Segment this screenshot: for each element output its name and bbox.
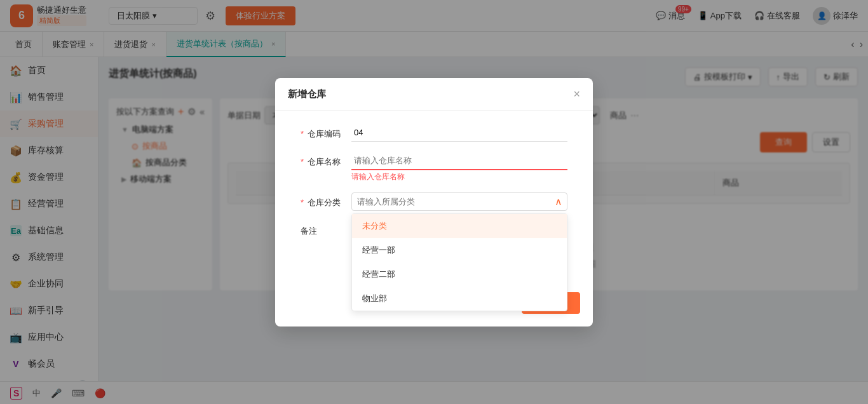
dialog-header: 新增仓库 ×	[275, 78, 593, 111]
dialog-body: * 仓库编码 * 仓库名称 请输入仓库名称	[275, 111, 593, 285]
form-row-name: * 仓库名称 请输入仓库名称	[301, 152, 567, 182]
code-field	[351, 124, 567, 142]
category-field: ∧ 未分类 经营一部 经营二部 物业部	[351, 192, 567, 211]
name-input[interactable]	[351, 152, 567, 170]
category-required-mark: *	[301, 198, 304, 207]
category-input[interactable]	[351, 192, 567, 211]
name-field: 请输入仓库名称	[351, 152, 567, 182]
dialog-overlay: 新增仓库 × * 仓库编码 * 仓库名称	[0, 0, 868, 404]
code-label: * 仓库编码	[301, 124, 351, 140]
code-input[interactable]	[351, 124, 567, 142]
dropdown-item-uncategorized[interactable]: 未分类	[352, 214, 567, 238]
new-warehouse-dialog: 新增仓库 × * 仓库编码 * 仓库名称	[275, 78, 593, 327]
name-label: * 仓库名称	[301, 152, 351, 168]
form-row-category: * 仓库分类 ∧ 未分类 经营一部 经营二部 物业部	[301, 192, 567, 211]
category-dropdown: 未分类 经营一部 经营二部 物业部	[351, 213, 567, 311]
category-arrow-icon[interactable]: ∧	[555, 196, 562, 208]
dialog-title: 新增仓库	[288, 88, 326, 100]
name-error-message: 请输入仓库名称	[351, 172, 567, 182]
dropdown-item-dept2[interactable]: 经营二部	[352, 262, 567, 286]
code-required-mark: *	[301, 129, 304, 138]
note-label: 备注	[301, 221, 351, 237]
dropdown-item-dept3[interactable]: 物业部	[352, 286, 567, 311]
dialog-close-button[interactable]: ×	[573, 88, 580, 100]
dropdown-item-dept1[interactable]: 经营一部	[352, 238, 567, 262]
form-row-code: * 仓库编码	[301, 124, 567, 142]
category-label: * 仓库分类	[301, 192, 351, 208]
name-required-mark: *	[301, 157, 304, 166]
category-select-wrap: ∧ 未分类 经营一部 经营二部 物业部	[351, 192, 567, 211]
